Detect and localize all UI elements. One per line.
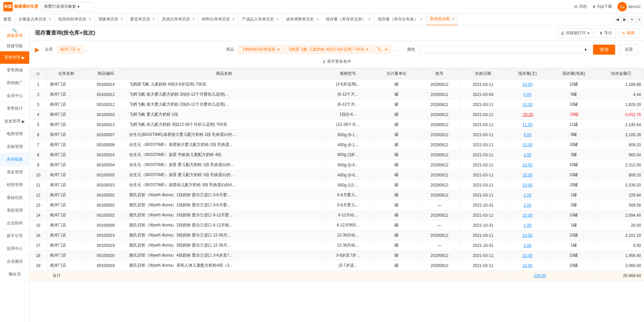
sidebar-item-member[interactable]: 会员中心 [0, 90, 29, 102]
table-cell[interactable]: 10.00 [506, 100, 549, 110]
table-cell[interactable]: 2.00 [506, 200, 549, 210]
table-cell: 11罐 [549, 120, 599, 130]
query-button[interactable]: 查询 [593, 45, 615, 55]
table-cell[interactable]: 10.00 [506, 230, 549, 240]
close-icon[interactable]: ✕ [316, 17, 319, 21]
close-icon[interactable]: ✕ [89, 17, 91, 21]
color-input[interactable] [422, 47, 585, 52]
sidebar-item-retail[interactable]: 零售管理 ▶ [0, 51, 29, 64]
table-cell[interactable]: 10.00 [506, 180, 549, 190]
table-cell[interactable]: 10.00 [506, 261, 549, 271]
expand-conditions-btn[interactable]: ⊻ 展开更多条件 [323, 59, 351, 64]
export-btn[interactable]: ⬆ 导出 [596, 28, 616, 38]
tab-stock-dist[interactable]: 现存量（库存分布表） ✕ [374, 13, 426, 25]
close-icon[interactable]: ✕ [152, 17, 155, 21]
table-cell: 11 [30, 180, 47, 190]
industry-selector[interactable]: 母婴行业演示账套 ▾ [41, 2, 95, 11]
sidebar-item-inventory[interactable]: 库存核算 [0, 153, 29, 166]
table-cell: 南岸门店 [47, 170, 85, 180]
more-indicator[interactable]: ... [392, 47, 396, 52]
app-download-btn[interactable]: ⬇ App下载 [592, 4, 612, 9]
nav-next-btn[interactable]: ▶ [621, 16, 628, 23]
table-cell[interactable]: 3.00 [506, 150, 549, 160]
tab-product-in[interactable]: 产成品入库单历史 ✕ [238, 13, 282, 25]
sidebar-item-operations[interactable]: 经营管理 [0, 179, 29, 192]
sidebar-item-purchase[interactable]: 采购管理 [0, 141, 29, 153]
settings-button[interactable]: 设置 [619, 44, 639, 55]
tag-close-icon[interactable]: ✕ [77, 47, 80, 52]
table-cell[interactable]: 10.00 [506, 140, 549, 150]
print-btn[interactable]: 🖨 按模板打印 ▾ [557, 28, 593, 38]
col-settings[interactable]: ⚙ [30, 68, 47, 79]
sidebar-item-appstore[interactable]: 应用中心 [0, 243, 29, 255]
sidebar-item-mall[interactable]: 零售商城 [0, 64, 29, 77]
sidebar-item-enterprise[interactable]: 企业协同 [0, 217, 29, 230]
close-icon[interactable]: ✕ [368, 17, 371, 21]
nav-close-btn[interactable]: ✕ [629, 16, 635, 23]
sidebar-search[interactable]: 🔍 搜索菜单 [0, 25, 29, 41]
table-cell[interactable]: 1.00 [506, 190, 549, 200]
tab-home[interactable]: 首页 [0, 13, 15, 25]
tab-inventory-check[interactable]: 分量盘点单历史 ✕ [15, 13, 55, 25]
close-icon[interactable]: ✕ [276, 17, 279, 21]
nav-prev-btn[interactable]: ◀ [614, 16, 621, 23]
sidebar-item-finance[interactable]: 资金管理 [0, 166, 29, 179]
close-icon[interactable]: ✕ [49, 17, 51, 21]
table-cell[interactable]: 10.00 [506, 251, 549, 261]
tab-requisition[interactable]: 要货单历史 ✕ [127, 13, 159, 25]
goods-tag-1[interactable]: 飞鹤奶粉3段两提装 ✕ [238, 46, 283, 53]
tag-close-icon[interactable]: ✕ [385, 47, 388, 52]
sidebar-item-guide[interactable]: 新手引导 [0, 230, 29, 243]
sidebar-item-label: 企业协同 [7, 220, 23, 226]
more-indicator[interactable]: ... [85, 47, 88, 52]
tag-close-icon[interactable]: ✕ [366, 47, 369, 52]
tab-transfer[interactable]: 调拨单历史 ✕ [95, 13, 127, 25]
goods-tag-3[interactable]: 飞... ✕ [373, 46, 391, 53]
sidebar-item-vip[interactable]: 畅会员 [0, 268, 29, 281]
table-cell[interactable]: 1.00 [506, 240, 549, 251]
refresh-btn[interactable]: ↻ 刷新 [619, 28, 639, 38]
table-cell[interactable]: 10.00 [506, 210, 549, 220]
tab-other-out[interactable]: 其他出库单历史 ✕ [159, 13, 199, 25]
message-btn[interactable]: ✉ 消息 [574, 4, 587, 9]
goods-tag-2[interactable]: 飞鹤星飞帆 儿童奶粉 4段(3-6岁适用) 700克 ✕ [284, 46, 372, 53]
tab-batch-account[interactable]: 库存批次账 ✕ [426, 13, 458, 25]
tab-material-out[interactable]: 材料出库单历史 ✕ [199, 13, 238, 25]
table-cell[interactable]: 11.00 [506, 120, 549, 130]
table-cell[interactable]: 10.00 [506, 79, 549, 90]
sidebar-item-wholesale[interactable]: 批发管理 ▶ [0, 115, 29, 128]
close-icon[interactable]: ✕ [192, 17, 195, 21]
user-profile[interactable]: Ea demo2 [618, 2, 641, 11]
tag-close-icon[interactable]: ✕ [277, 47, 280, 52]
table-cell[interactable]: 10.00 [506, 160, 549, 170]
expand-arrow[interactable]: ▶ [35, 46, 40, 53]
color-input-wrap[interactable]: ▾ [419, 46, 589, 53]
table-cell[interactable]: 9.00 [506, 130, 549, 140]
nav-menu-btn[interactable]: ≡ [636, 16, 643, 23]
table-cell[interactable]: 10.00 [506, 170, 549, 180]
warehouse-tag-nanang[interactable]: 南岸门店 ✕ [57, 46, 84, 53]
close-icon[interactable]: ✕ [120, 17, 123, 21]
table-cell[interactable]: 0.00 [506, 90, 549, 100]
table-cell: 00100004 [85, 160, 126, 170]
sidebar-item-ecommerce[interactable]: 电商管理 [0, 128, 29, 141]
table-cell: 2021-03-11 [460, 110, 506, 120]
close-icon[interactable]: ✕ [452, 17, 454, 21]
sidebar-item-marketing[interactable]: 营销推广 [0, 77, 29, 90]
table-cell: 南岸门店 [47, 240, 85, 251]
table-cell[interactable]: -39.00 [506, 110, 549, 120]
tab-assemble[interactable]: 组装拆卸单历史 ✕ [55, 13, 95, 25]
close-icon[interactable]: ✕ [232, 17, 235, 21]
tab-stock-status[interactable]: 现存量（库存状况表） ✕ [322, 13, 374, 25]
sidebar-quick-nav[interactable]: 快捷导航 [0, 41, 29, 51]
sidebar-item-system[interactable]: 系统管理 [0, 204, 29, 217]
sidebar-item-label: 零售统计 [7, 106, 23, 111]
table-cell: 9 [30, 160, 47, 170]
sidebar-item-retail-stats[interactable]: 零售统计 [0, 102, 29, 115]
sidebar-item-basics[interactable]: 基础信息 [0, 192, 29, 204]
sidebar-item-wecom[interactable]: 企业微信 [0, 255, 29, 268]
close-icon[interactable]: ✕ [420, 17, 423, 21]
tab-cost-adjust[interactable]: 成本调整单历史 ✕ [282, 13, 322, 25]
table-cell: — [419, 220, 460, 230]
table-cell[interactable]: 1.00 [506, 220, 549, 230]
